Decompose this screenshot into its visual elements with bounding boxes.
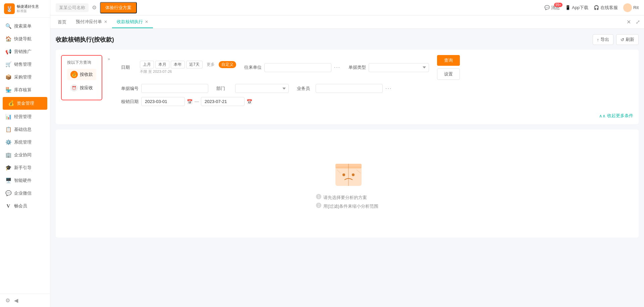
solution-button[interactable]: 体验行业方案 bbox=[100, 2, 137, 13]
dept-label: 部门 bbox=[216, 86, 232, 92]
sidebar-item-wechat[interactable]: 💬 企业微信 bbox=[0, 187, 50, 200]
sidebar-item-finance[interactable]: 💰 资金管理 bbox=[3, 97, 47, 110]
settings-footer-icon[interactable]: ⚙ bbox=[5, 297, 10, 304]
page-title-row: 收款核销执行(按收款) ↑ 导出 ↺ 刷新 bbox=[56, 34, 639, 45]
phone-icon: 📱 bbox=[565, 5, 571, 10]
tab-close-writeoff[interactable]: ✕ bbox=[145, 19, 148, 24]
expand-tab-icon[interactable]: ⤢ bbox=[634, 17, 641, 27]
doc-type-label: 单据类型 bbox=[348, 64, 366, 70]
sidebar-item-purchase[interactable]: 📦 采购管理 bbox=[0, 71, 50, 84]
date-label: 日期 bbox=[121, 64, 137, 70]
service-button[interactable]: 🎧 在线客服 bbox=[594, 5, 618, 11]
tab-bar: 首页 预付冲应付单 ✕ 收款核销执行 ✕ ✕ ⤢ bbox=[50, 15, 644, 29]
staff-ellipsis[interactable]: ··· bbox=[385, 86, 392, 92]
top-header: 某某公司名称 ⚙ 体验行业方案 💬 消息 99+ 📱 App下载 🎧 在线客服 … bbox=[50, 0, 644, 15]
date-this-month[interactable]: 本月 bbox=[155, 61, 169, 68]
sidebar-footer: ⚙ ◀ bbox=[0, 294, 50, 307]
counterpart-ellipsis[interactable]: ··· bbox=[334, 64, 340, 70]
collapse-sidebar-icon[interactable]: ◀ bbox=[14, 297, 18, 304]
doc-no-input[interactable] bbox=[141, 84, 208, 93]
tab-bar-actions: ✕ ⤢ bbox=[625, 17, 641, 27]
doc-no-field: 单据编号 bbox=[121, 84, 208, 93]
tab-close-prepay[interactable]: ✕ bbox=[104, 19, 107, 24]
close-tab-icon[interactable]: ✕ bbox=[625, 17, 632, 27]
logo-sub: 标准版 bbox=[17, 9, 39, 13]
sidebar-item-operation[interactable]: 📊 经营管理 bbox=[0, 110, 50, 123]
system-icon: ⚙️ bbox=[5, 139, 11, 145]
message-badge: 99+ bbox=[554, 3, 562, 7]
header-settings-icon[interactable]: ⚙ bbox=[92, 4, 97, 11]
empty-svg bbox=[330, 156, 367, 188]
date-more[interactable]: 更多 bbox=[204, 61, 217, 68]
dept-field: 部门 bbox=[216, 84, 289, 93]
empty-illustration bbox=[330, 156, 364, 187]
sidebar-item-member[interactable]: V 畅会员 bbox=[0, 200, 50, 212]
date-shortcuts: 上月 本月 本年 近7天 更多 自定义 bbox=[140, 61, 236, 68]
sidebar-item-smart-hw[interactable]: 🖥️ 智能硬件 bbox=[0, 174, 50, 187]
writeoff-start-input[interactable] bbox=[141, 97, 185, 106]
query-button[interactable]: 查询 bbox=[437, 55, 460, 66]
filter-collapse-btn[interactable]: » bbox=[108, 55, 116, 119]
sidebar-item-base-info[interactable]: 📋 基础信息 bbox=[0, 123, 50, 136]
date-7days[interactable]: 近7天 bbox=[186, 61, 203, 68]
doc-type-select[interactable] bbox=[369, 63, 429, 72]
filter-by-receivable[interactable]: ⏰ 按应收 bbox=[67, 82, 96, 94]
doc-no-label: 单据编号 bbox=[121, 86, 139, 92]
refresh-icon: ↺ bbox=[621, 37, 624, 42]
operation-icon: 📊 bbox=[5, 114, 11, 120]
sales-icon: 🛒 bbox=[5, 61, 11, 67]
sidebar-item-system[interactable]: ⚙️ 系统管理 bbox=[0, 136, 50, 149]
doc-type-field: 单据类型 bbox=[348, 63, 429, 72]
query-buttons: 查询 设置 bbox=[437, 55, 460, 80]
header-left: 某某公司名称 ⚙ 体验行业方案 bbox=[56, 2, 137, 13]
counterpart-input[interactable] bbox=[264, 63, 331, 72]
writeoff-end-input[interactable] bbox=[201, 97, 245, 106]
empty-tips: 1 请先选择要分析的方案 2 用[过滤]条件来缩小分析范围 bbox=[316, 193, 378, 211]
export-icon: ↑ bbox=[597, 37, 599, 42]
filter-rows: 日期 上月 本月 本年 近7天 更多 自定义 bbox=[121, 55, 633, 119]
filter-panel-title: 按以下方查询 bbox=[67, 60, 96, 65]
sidebar-item-search[interactable]: 🔍 搜索菜单 bbox=[0, 20, 50, 33]
sidebar: 🐰 畅捷通好生意 标准版 🔍 搜索菜单 🏠 快捷导航 📢 营销推广 🛒 销售管理… bbox=[0, 0, 50, 307]
message-button[interactable]: 💬 消息 99+ bbox=[544, 5, 560, 11]
filter-options-box: 按以下方查询 💰 按收款 ⏰ 按应收 bbox=[61, 55, 102, 100]
app-download-button[interactable]: 📱 App下载 bbox=[565, 5, 588, 11]
dept-select[interactable] bbox=[235, 84, 289, 93]
date-range-separator: — bbox=[195, 99, 199, 104]
page-title: 收款核销执行(按收款) bbox=[56, 36, 114, 44]
sidebar-item-sales[interactable]: 🛒 销售管理 bbox=[0, 58, 50, 71]
sidebar-item-enterprise[interactable]: 🏢 企业协同 bbox=[0, 149, 50, 161]
user-name: Rit bbox=[633, 5, 639, 10]
date-custom[interactable]: 自定义 bbox=[219, 61, 236, 68]
staff-input[interactable] bbox=[316, 84, 383, 93]
calendar-end-icon[interactable]: 📅 bbox=[247, 99, 252, 104]
settings-button[interactable]: 设置 bbox=[437, 68, 460, 80]
page-inner: 收款核销执行(按收款) ↑ 导出 ↺ 刷新 按以下方 bbox=[50, 29, 644, 243]
collapse-more-conditions[interactable]: ∧∧ 收起更多条件 bbox=[121, 113, 633, 119]
inventory-icon: 🏪 bbox=[5, 87, 11, 93]
date-shortcuts-group: 上月 本月 本年 近7天 更多 自定义 不限 至 2023-07-26 bbox=[140, 61, 236, 74]
finance-icon: 💰 bbox=[8, 100, 14, 106]
export-button[interactable]: ↑ 导出 bbox=[593, 34, 614, 45]
page-content: 收款核销执行(按收款) ↑ 导出 ↺ 刷新 按以下方 bbox=[50, 29, 644, 307]
sidebar-item-inventory[interactable]: 🏪 库存核算 bbox=[0, 84, 50, 96]
filter-left-panel: 按以下方查询 💰 按收款 ⏰ 按应收 bbox=[61, 55, 102, 119]
tab-prepay[interactable]: 预付冲应付单 ✕ bbox=[71, 16, 112, 28]
refresh-button[interactable]: ↺ 刷新 bbox=[616, 34, 639, 45]
date-last-month[interactable]: 上月 bbox=[140, 61, 154, 68]
tab-home[interactable]: 首页 bbox=[53, 16, 71, 28]
counterpart-label: 往来单位 bbox=[244, 64, 262, 70]
sidebar-item-guide[interactable]: 🎓 新手引导 bbox=[0, 161, 50, 174]
tab-writeoff[interactable]: 收款核销执行 ✕ bbox=[112, 16, 153, 28]
filter-by-receipt[interactable]: 💰 按收款 bbox=[67, 69, 96, 80]
guide-icon: 🎓 bbox=[5, 165, 11, 171]
empty-tip-1: 1 请先选择要分析的方案 bbox=[316, 193, 378, 202]
counterpart-field: 往来单位 ··· bbox=[244, 63, 340, 72]
calendar-start-icon[interactable]: 📅 bbox=[187, 99, 193, 104]
sidebar-item-marketing[interactable]: 📢 营销推广 bbox=[0, 45, 50, 58]
user-profile[interactable]: Rit bbox=[623, 3, 639, 12]
sidebar-menu: 🔍 搜索菜单 🏠 快捷导航 📢 营销推广 🛒 销售管理 📦 采购管理 🏪 库存核… bbox=[0, 18, 50, 294]
sidebar-item-quick-nav[interactable]: 🏠 快捷导航 bbox=[0, 33, 50, 45]
main-content: 某某公司名称 ⚙ 体验行业方案 💬 消息 99+ 📱 App下载 🎧 在线客服 … bbox=[50, 0, 644, 307]
date-this-year[interactable]: 本年 bbox=[171, 61, 185, 68]
